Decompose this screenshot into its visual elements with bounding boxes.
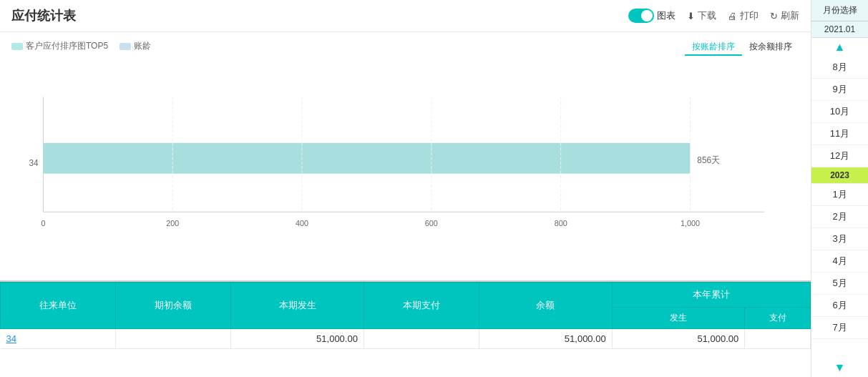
refresh-label: 刷新 (781, 9, 799, 22)
svg-text:400: 400 (296, 218, 308, 227)
cell-unit: 34 (1, 329, 116, 349)
chart-toggle-group[interactable]: 图表 (628, 9, 676, 23)
header-actions: 图表 ⬇ 下载 🖨 打印 ↻ 刷新 (628, 9, 799, 23)
sidebar-month-item[interactable]: 1月 (811, 184, 868, 206)
chart-svg: 34 856天 0 200 400 600 800 1,000 (19, 59, 792, 273)
refresh-icon: ↻ (770, 11, 778, 21)
table-body: 34 51,000.00 51,000.00 51,000.00 (1, 329, 811, 349)
chart-legend: 客户应付排序图TOP5 账龄 (11, 40, 151, 52)
legend-item-2: 账龄 (120, 40, 151, 52)
sidebar-month-item[interactable]: 6月 (811, 295, 868, 317)
cell-ytd-payment (745, 329, 811, 349)
legend-color-2 (120, 43, 131, 50)
cell-ytd-occurrence: 51,000.00 (612, 329, 745, 349)
col-ytd-header: 本年累计 (612, 283, 810, 308)
page-header: 应付统计表 图表 ⬇ 下载 🖨 打印 ↻ 刷新 (0, 0, 811, 32)
chart-toggle[interactable] (628, 9, 654, 23)
print-button[interactable]: 🖨 打印 (728, 9, 759, 22)
unit-link[interactable]: 34 (6, 333, 16, 344)
sidebar-scroll-up-button[interactable]: ▲ (811, 38, 868, 57)
col-unit-header: 往来单位 (1, 283, 116, 329)
sidebar-month-item[interactable]: 12月 (811, 145, 868, 167)
svg-text:200: 200 (166, 218, 179, 227)
chart-controls: 按账龄排序 按余额排序 (685, 39, 799, 56)
svg-text:856天: 856天 (697, 155, 719, 165)
refresh-button[interactable]: ↻ 刷新 (770, 9, 799, 22)
svg-text:1,000: 1,000 (681, 218, 700, 227)
sidebar-current-date: 2021.01 (811, 21, 868, 38)
cell-current-payment (364, 329, 479, 349)
download-icon: ⬇ (687, 11, 695, 21)
chart-area: 客户应付排序图TOP5 账龄 按账龄排序 按余额排序 34 (0, 32, 811, 280)
sidebar-month-item[interactable]: 5月 (811, 273, 868, 295)
sidebar-header: 月份选择 (811, 0, 868, 21)
sidebar-month-item[interactable]: 11月 (811, 123, 868, 145)
sidebar-month-item[interactable]: 2023 (811, 167, 868, 184)
col-ytd-occurrence-header: 发生 (612, 308, 745, 329)
col-balance-header: 余额 (479, 283, 613, 329)
download-button[interactable]: ⬇ 下载 (687, 9, 716, 22)
print-icon: 🖨 (728, 11, 737, 21)
cell-balance: 51,000.00 (479, 329, 613, 349)
print-label: 打印 (740, 9, 759, 22)
table-row: 34 51,000.00 51,000.00 51,000.00 (1, 329, 811, 349)
sidebar-month-item[interactable]: 2月 (811, 206, 868, 228)
download-label: 下载 (698, 9, 716, 22)
legend-item-1: 客户应付排序图TOP5 (11, 40, 108, 52)
data-table: 往来单位 期初余额 本期发生 本期支付 余额 本年累计 发生 支付 (0, 282, 811, 349)
sidebar-scroll-down-button[interactable]: ▼ (811, 358, 868, 377)
sort-by-balance-button[interactable]: 按余额排序 (742, 39, 799, 56)
sidebar-month-item[interactable]: 7月 (811, 317, 868, 339)
chart-wrapper: 34 856天 0 200 400 600 800 1,000 (19, 59, 792, 273)
sidebar-month-item[interactable]: 10月 (811, 101, 868, 123)
cell-period-balance (116, 329, 231, 349)
col-ytd-payment-header: 支付 (745, 308, 811, 329)
sidebar-month-list: 8月9月10月11月12月20231月2月3月4月5月6月7月 (811, 57, 868, 358)
svg-text:34: 34 (29, 158, 38, 169)
legend-color-1 (11, 43, 23, 50)
page-title: 应付统计表 (11, 7, 76, 24)
legend-label-2: 账龄 (134, 40, 151, 52)
sidebar-month-item[interactable]: 8月 (811, 57, 868, 79)
chart-label: 图表 (657, 9, 676, 22)
cell-current-occurrence: 51,000.00 (231, 329, 364, 349)
col-current-occurrence-header: 本期发生 (231, 283, 364, 329)
table-header-row: 往来单位 期初余额 本期发生 本期支付 余额 本年累计 (1, 283, 811, 308)
sort-by-age-button[interactable]: 按账龄排序 (685, 39, 742, 56)
svg-text:600: 600 (425, 218, 438, 227)
col-current-payment-header: 本期支付 (364, 283, 479, 329)
sidebar-month-item[interactable]: 9月 (811, 79, 868, 101)
svg-text:0: 0 (41, 218, 45, 227)
table-area: 往来单位 期初余额 本期发生 本期支付 余额 本年累计 发生 支付 (0, 280, 811, 377)
sidebar-month-item[interactable]: 3月 (811, 228, 868, 250)
sidebar: 月份选择 2021.01 ▲ 8月9月10月11月12月20231月2月3月4月… (811, 0, 868, 377)
col-period-balance-header: 期初余额 (116, 283, 231, 329)
legend-label-1: 客户应付排序图TOP5 (26, 40, 108, 52)
sidebar-month-item[interactable]: 4月 (811, 250, 868, 273)
chart-bar (43, 143, 690, 174)
svg-text:800: 800 (555, 218, 567, 227)
